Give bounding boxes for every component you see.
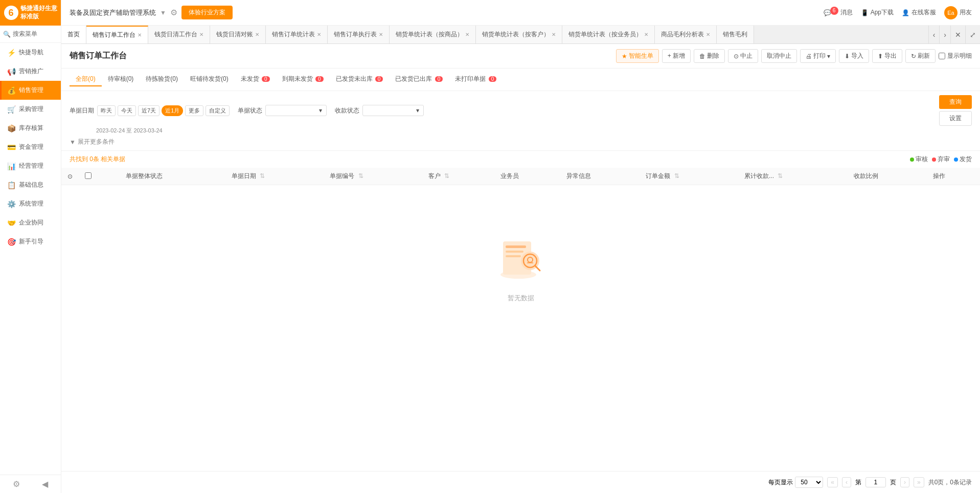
settings-bottom-icon[interactable]: ⚙: [13, 479, 20, 489]
tab-sales-workbench[interactable]: 销售订单工作台 ✕: [86, 26, 148, 44]
tab-sales-summary-staff[interactable]: 销货单统计表（按业务员） ✕: [562, 26, 655, 44]
filter-tab-shipped-out[interactable]: 已发货已出库 0: [389, 73, 449, 86]
tab-close-current[interactable]: ✕: [950, 26, 965, 44]
page-unit: 页: [890, 478, 896, 487]
sidebar-item-base[interactable]: 📋 基础信息: [0, 175, 61, 194]
app-download-item[interactable]: 📱 App下载: [861, 8, 894, 17]
date-more-btn[interactable]: 更多: [185, 105, 203, 116]
print-button[interactable]: 🖨 打印 ▾: [800, 49, 836, 63]
tab-sales-more[interactable]: 销售毛利: [717, 26, 754, 44]
tab-sales-exec[interactable]: 销售订单执行表 ✕: [328, 26, 390, 44]
user-item[interactable]: Ea 用友: [944, 6, 972, 19]
sidebar-item-enterprise[interactable]: 🤝 企业协同: [0, 213, 61, 232]
sidebar-item-quicknav[interactable]: ⚡ 快捷导航: [0, 43, 61, 62]
tab-sales-summary-customer-close[interactable]: ✕: [552, 32, 556, 37]
tab-sales-summary-goods[interactable]: 销货单统计表（按商品） ✕: [390, 26, 476, 44]
sidebar-item-operations[interactable]: 📊 经营管理: [0, 156, 61, 175]
expand-label: 展开更多条件: [78, 138, 115, 146]
payment-select[interactable]: ▾: [362, 105, 424, 116]
message-item[interactable]: 💬 6 消息: [824, 8, 853, 17]
tab-sales-stats-close[interactable]: ✕: [317, 32, 321, 37]
number-sort-icon[interactable]: ⇅: [358, 172, 363, 180]
sidebar-item-search[interactable]: 🔍 搜索菜单: [0, 26, 61, 43]
import-button[interactable]: ⬇ 导入: [839, 49, 869, 63]
tab-sales-exec-close[interactable]: ✕: [379, 32, 383, 37]
tab-cash-daily-close[interactable]: ✕: [199, 32, 203, 37]
stop-button[interactable]: ⊙ 中止: [728, 49, 758, 63]
tab-sales-workbench-close[interactable]: ✕: [138, 32, 142, 38]
cancel-stop-button[interactable]: 取消中止: [761, 49, 797, 63]
smart-create-label: 智能生单: [629, 52, 653, 60]
customer-sort-icon[interactable]: ⇅: [444, 172, 449, 180]
sidebar-item-inventory[interactable]: 📦 库存核算: [0, 119, 61, 138]
prev-page-button[interactable]: ‹: [842, 477, 851, 487]
stop-icon: ⊙: [734, 53, 739, 60]
first-page-button[interactable]: «: [827, 477, 838, 487]
sidebar-item-sales[interactable]: 💰 销售管理: [0, 81, 61, 100]
date-sort-icon[interactable]: ⇅: [260, 172, 265, 180]
smart-create-button[interactable]: ★ 智能生单: [616, 49, 659, 63]
tab-cash-reconcile[interactable]: 钱货日清对账 ✕: [210, 26, 266, 44]
next-page-button[interactable]: ›: [900, 477, 909, 487]
column-settings-icon[interactable]: ⊙: [67, 173, 73, 180]
tab-sales-stats[interactable]: 销售订单统计表 ✕: [266, 26, 328, 44]
add-button[interactable]: + 新增: [662, 49, 691, 63]
cancel-review-action-btn[interactable]: 弃审: [932, 155, 950, 164]
export-button[interactable]: ⬆ 导出: [872, 49, 902, 63]
tab-sales-more-label: 销售毛利: [723, 30, 747, 39]
filter-tab-not-printed[interactable]: 未打印单据 0: [449, 73, 503, 86]
delete-button[interactable]: 🗑 删除: [694, 49, 725, 63]
date-custom-btn[interactable]: 自定义: [206, 105, 230, 116]
review-action-btn[interactable]: 审核: [910, 155, 928, 164]
date-1month-btn[interactable]: 近1月: [162, 105, 183, 116]
select-all-checkbox[interactable]: [85, 172, 92, 179]
tab-home[interactable]: 首页: [61, 26, 86, 44]
sidebar-item-guide[interactable]: 🎯 新手引导: [0, 232, 61, 251]
date-7days-btn[interactable]: 近7天: [138, 105, 159, 116]
date-yesterday-btn[interactable]: 昨天: [97, 105, 116, 116]
filter-tab-wangpu[interactable]: 旺铺待发货(0): [184, 73, 235, 86]
ship-action-btn[interactable]: 发货: [954, 155, 972, 164]
collapse-icon[interactable]: ◀: [42, 479, 48, 489]
filter-tab-all[interactable]: 全部(0): [70, 73, 102, 86]
table-header-bar: 共找到 0条 相关单据 审核 弃审 发货: [61, 151, 980, 168]
industry-solution-button[interactable]: 体验行业方案: [181, 6, 233, 19]
filter-tab-shipped-not-out[interactable]: 已发货未出库 0: [330, 73, 390, 86]
settings-icon[interactable]: ⚙: [170, 8, 177, 17]
refresh-button[interactable]: ↻ 刷新: [905, 49, 936, 63]
date-today-btn[interactable]: 今天: [118, 105, 136, 116]
service-icon: 👤: [902, 9, 909, 16]
set-button[interactable]: 设置: [939, 111, 972, 126]
tab-sales-summary-customer[interactable]: 销货单统计表（按客户） ✕: [476, 26, 562, 44]
tab-cash-reconcile-close[interactable]: ✕: [255, 32, 259, 37]
tab-sales-summary-goods-label: 销货单统计表（按商品）: [396, 30, 463, 39]
tab-sales-summary-goods-close[interactable]: ✕: [465, 32, 469, 37]
filter-tab-pending-check[interactable]: 待拣验货(0): [140, 73, 184, 86]
sidebar-item-purchase[interactable]: 🛒 采购管理: [0, 100, 61, 119]
filter-tab-expired[interactable]: 到期未发货 0: [276, 73, 330, 86]
dropdown-icon[interactable]: ▼: [160, 9, 166, 16]
amount-sort-icon[interactable]: ⇅: [674, 172, 679, 180]
sidebar-item-marketing[interactable]: 📢 营销推广: [0, 62, 61, 81]
filter-tab-pending-review[interactable]: 待审核(0): [102, 73, 140, 86]
tab-goods-margin-close[interactable]: ✕: [706, 32, 710, 37]
status-select[interactable]: ▾: [265, 105, 327, 116]
online-service-item[interactable]: 👤 在线客服: [902, 8, 936, 17]
expand-conditions-button[interactable]: ▼ 展开更多条件: [70, 138, 972, 146]
tab-maximize[interactable]: ⤢: [965, 26, 980, 44]
query-button[interactable]: 查询: [939, 95, 972, 109]
tab-scroll-right[interactable]: ›: [939, 26, 950, 44]
tab-scroll-left[interactable]: ‹: [928, 26, 940, 44]
collected-sort-icon[interactable]: ⇅: [778, 172, 783, 180]
page-number-input[interactable]: [865, 477, 886, 487]
finance-label: 资金管理: [19, 143, 43, 151]
sidebar-item-finance[interactable]: 💳 资金管理: [0, 138, 61, 156]
tab-sales-summary-staff-close[interactable]: ✕: [644, 32, 648, 37]
show-detail-checkbox[interactable]: [939, 53, 945, 59]
tab-goods-margin[interactable]: 商品毛利分析表 ✕: [655, 26, 717, 44]
page-size-dropdown[interactable]: 50 100 200: [795, 477, 823, 488]
sidebar-item-system[interactable]: ⚙️ 系统管理: [0, 194, 61, 213]
filter-tab-not-shipped[interactable]: 未发货 0: [235, 73, 276, 86]
last-page-button[interactable]: »: [914, 477, 924, 487]
tab-cash-daily[interactable]: 钱货日清工作台 ✕: [148, 26, 210, 44]
